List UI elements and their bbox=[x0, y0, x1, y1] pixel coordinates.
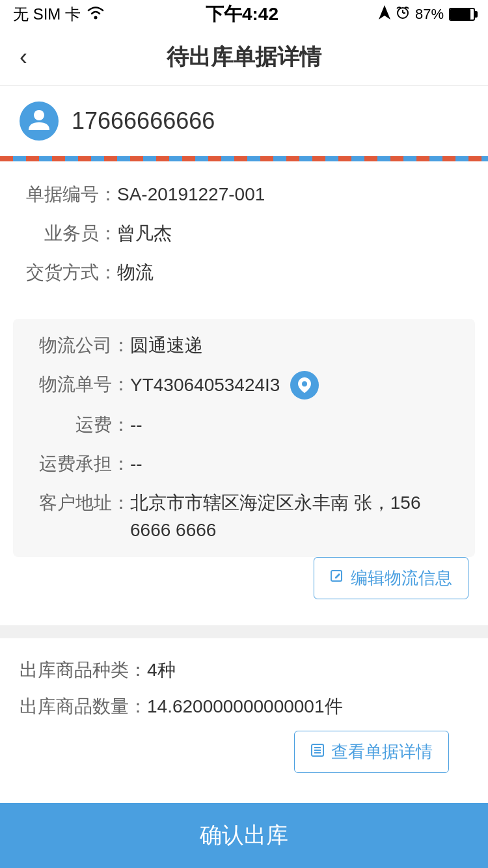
sales-person-label: 业务员： bbox=[20, 220, 117, 247]
address-row: 客户地址： 北京市市辖区海淀区永丰南 张，156 6666 6666 bbox=[33, 489, 455, 544]
svg-point-4 bbox=[34, 110, 44, 120]
alarm-icon bbox=[396, 5, 410, 23]
section-divider bbox=[0, 625, 488, 638]
edit-logistics-label: 编辑物流信息 bbox=[351, 567, 452, 590]
freight-bearer-value: -- bbox=[130, 450, 455, 478]
tracking-value: YT43064053424I3 bbox=[130, 371, 455, 400]
tracking-row: 物流单号： YT43064053424I3 bbox=[33, 371, 455, 400]
freight-bearer-label: 运费承担： bbox=[33, 450, 130, 478]
freight-label: 运费： bbox=[33, 411, 130, 439]
delivery-method-value: 物流 bbox=[117, 259, 468, 286]
logistics-section: 物流公司： 圆通速递 物流单号： YT43064053424I3 运费： -- … bbox=[0, 306, 488, 625]
svg-point-0 bbox=[94, 16, 98, 20]
wifi-icon bbox=[86, 5, 105, 23]
avatar bbox=[20, 102, 59, 141]
customer-phone: 17666666666 bbox=[72, 107, 215, 135]
status-left: 无 SIM 卡 bbox=[13, 4, 105, 25]
goods-quantity-label: 出库商品数量： bbox=[20, 694, 147, 719]
address-value: 北京市市辖区海淀区永丰南 张，156 6666 6666 bbox=[130, 489, 455, 544]
goods-quantity-row: 出库商品数量： 14.620000000000001件 bbox=[20, 694, 468, 719]
freight-value: -- bbox=[130, 411, 455, 439]
order-number-row: 单据编号： SA-20191227-001 bbox=[20, 181, 468, 208]
delivery-method-row: 交货方式： 物流 bbox=[20, 259, 468, 286]
company-label: 物流公司： bbox=[33, 332, 130, 359]
tracking-number-text: YT43064053424I3 bbox=[130, 372, 280, 399]
edit-logistics-button[interactable]: 编辑物流信息 bbox=[314, 557, 468, 599]
svg-point-5 bbox=[302, 381, 307, 387]
logistics-card: 物流公司： 圆通速递 物流单号： YT43064053424I3 运费： -- … bbox=[13, 319, 475, 557]
back-button[interactable]: ‹ bbox=[20, 44, 27, 71]
avatar-icon bbox=[27, 107, 51, 135]
goods-types-value: 4种 bbox=[147, 658, 468, 683]
goods-types-row: 出库商品种类： 4种 bbox=[20, 658, 468, 683]
track-location-button[interactable] bbox=[290, 371, 319, 400]
battery-percent: 87% bbox=[415, 6, 444, 23]
battery-icon bbox=[449, 8, 475, 21]
location-status-icon bbox=[379, 5, 390, 23]
sales-person-row: 业务员： 曾凡杰 bbox=[20, 220, 468, 247]
dashed-divider bbox=[0, 156, 488, 161]
list-icon bbox=[310, 742, 325, 762]
delivery-method-label: 交货方式： bbox=[20, 259, 117, 286]
tracking-label: 物流单号： bbox=[33, 371, 130, 398]
edit-logistics-btn-row: 编辑物流信息 bbox=[0, 557, 488, 612]
order-number-value: SA-20191227-001 bbox=[117, 181, 468, 208]
page-title: 待出库单据详情 bbox=[167, 42, 321, 72]
sales-person-value: 曾凡杰 bbox=[117, 220, 468, 247]
view-detail-btn-row: 查看单据详情 bbox=[20, 731, 468, 786]
view-detail-label: 查看单据详情 bbox=[331, 740, 433, 763]
status-bar: 无 SIM 卡 下午4:42 87% bbox=[0, 0, 488, 29]
view-detail-button[interactable]: 查看单据详情 bbox=[294, 731, 449, 773]
goods-section: 出库商品种类： 4种 出库商品数量： 14.620000000000001件 查… bbox=[0, 638, 488, 806]
customer-card: 17666666666 bbox=[0, 86, 488, 156]
order-number-label: 单据编号： bbox=[20, 181, 117, 208]
edit-icon bbox=[330, 568, 344, 588]
status-time: 下午4:42 bbox=[206, 2, 278, 27]
goods-types-label: 出库商品种类： bbox=[20, 658, 147, 683]
address-label: 客户地址： bbox=[33, 489, 130, 517]
freight-row: 运费： -- bbox=[33, 411, 455, 439]
goods-quantity-value: 14.620000000000001件 bbox=[147, 694, 468, 719]
nav-bar: ‹ 待出库单据详情 bbox=[0, 29, 488, 86]
carrier-text: 无 SIM 卡 bbox=[13, 4, 81, 25]
confirm-outbound-button[interactable]: 确认出库 bbox=[0, 803, 488, 868]
confirm-btn-label: 确认出库 bbox=[200, 821, 288, 850]
order-info-section: 单据编号： SA-20191227-001 业务员： 曾凡杰 交货方式： 物流 bbox=[0, 161, 488, 306]
status-right: 87% bbox=[379, 5, 475, 23]
company-row: 物流公司： 圆通速递 bbox=[33, 332, 455, 359]
freight-bearer-row: 运费承担： -- bbox=[33, 450, 455, 478]
company-value: 圆通速递 bbox=[130, 332, 455, 359]
